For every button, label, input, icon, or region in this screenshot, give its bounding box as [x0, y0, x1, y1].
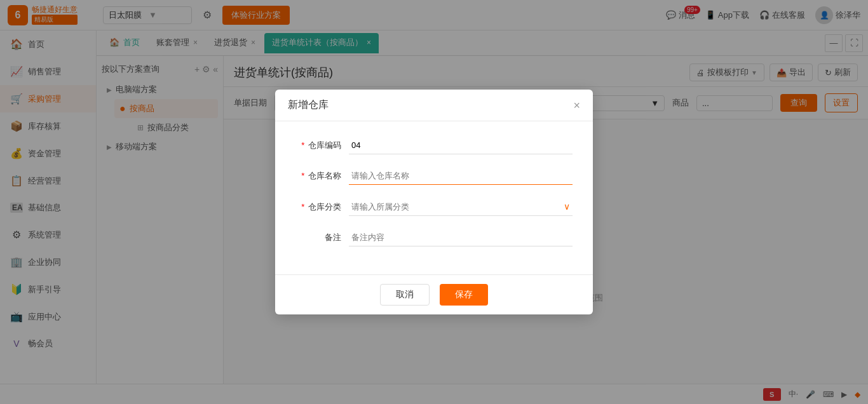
category-label: * 仓库分类 [295, 201, 341, 213]
code-input[interactable] [349, 137, 573, 154]
category-label-text: 仓库分类 [308, 202, 341, 212]
modal-title: 新增仓库 [288, 98, 329, 112]
note-label: 备注 [295, 232, 341, 243]
form-row-category: * 仓库分类 ∨ [295, 198, 573, 216]
form-row-code: * 仓库编码 [295, 137, 573, 154]
code-label-text: 仓库编码 [308, 140, 341, 150]
code-label: * 仓库编码 [295, 140, 341, 151]
new-warehouse-modal: 新增仓库 × * 仓库编码 * 仓库名称 [275, 90, 593, 314]
modal-body: * 仓库编码 * 仓库名称 * 仓库分类 [275, 121, 593, 274]
save-button[interactable]: 保存 [440, 284, 488, 306]
name-label-text: 仓库名称 [308, 171, 341, 180]
category-down-icon: ∨ [564, 201, 570, 212]
form-row-note: 备注 [295, 229, 573, 246]
note-input[interactable] [349, 229, 573, 246]
required-mark-category: * [301, 202, 304, 212]
required-mark: * [301, 140, 304, 150]
category-input[interactable] [351, 202, 564, 212]
cancel-button[interactable]: 取消 [380, 284, 430, 306]
name-input[interactable] [349, 167, 573, 185]
modal-footer: 取消 保存 [275, 274, 593, 314]
modal-overlay[interactable]: 新增仓库 × * 仓库编码 * 仓库名称 [0, 0, 868, 404]
name-label: * 仓库名称 [295, 170, 341, 182]
form-row-name: * 仓库名称 [295, 167, 573, 185]
modal-header: 新增仓库 × [275, 90, 593, 121]
category-select[interactable]: ∨ [349, 198, 573, 216]
required-mark-name: * [301, 171, 304, 180]
note-label-text: 备注 [325, 232, 341, 242]
modal-close-button[interactable]: × [573, 100, 580, 111]
